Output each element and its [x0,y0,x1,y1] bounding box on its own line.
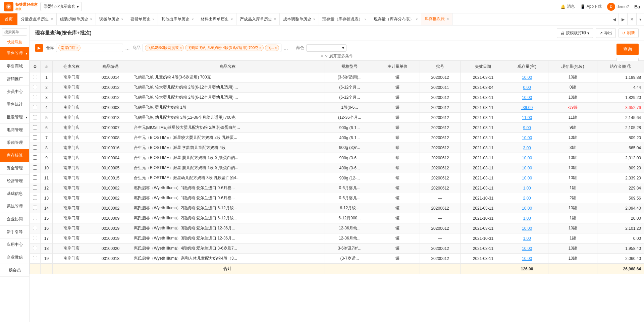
cell-stock-main[interactable]: 10.00 [506,244,548,254]
expand-more-bar[interactable]: ∨ ∨ 展开更多条件 [35,52,639,59]
product-tag-input[interactable]: 飞鹤奶粉3段两提装 × 飞鹤星飞帆 儿童奶粉 4段(3-6岁适用) 700克 ×… [143,44,281,52]
sidebar-item-retail-mall[interactable]: 零售商城 [0,60,29,73]
warehouse-tag-input[interactable]: 南岸门店 × [56,44,123,52]
tab-yaohuo[interactable]: 要货单历史× [127,13,158,25]
stock-main-link[interactable]: 10.00 [522,136,532,140]
warehouse-more-btn[interactable]: … [125,45,130,51]
sidebar-item-member-center[interactable]: 会员中心 [0,86,29,98]
sidebar-item-app-center[interactable]: 应用中心 [0,238,29,251]
cell-checkbox[interactable] [30,163,41,173]
close-icon[interactable]: × [153,17,155,21]
cell-checkbox[interactable] [30,123,41,133]
cell-stock-main[interactable]: 10.00 [506,223,548,233]
close-icon[interactable]: × [365,17,367,21]
nav-prev-btn[interactable]: ◀ [610,13,619,25]
cell-checkbox[interactable] [30,143,41,153]
template-print-btn[interactable]: 🖨 按模板打印 ▾ [557,28,593,38]
stock-main-link[interactable]: 10.00 [522,206,532,211]
cell-checkbox[interactable] [30,153,41,163]
stock-main-link[interactable]: 1.00 [523,236,531,241]
nav-menu-btn[interactable]: ▾ [636,13,644,25]
sidebar-item-enterprise[interactable]: 企业协同 [0,213,29,226]
stock-main-link[interactable]: 10.00 [522,95,532,100]
tab-qita[interactable]: 其他出库单历史× [158,13,197,25]
tab-kucun-batch[interactable]: 库存批次账× [421,13,452,25]
sidebar-item-member[interactable]: 畅会员 [0,264,29,277]
cell-stock-main[interactable]: -39.00 [506,103,548,113]
cell-checkbox[interactable] [30,203,41,213]
product-more-btn[interactable]: … [283,45,288,51]
sidebar-item-system[interactable]: 系统管理 [0,200,29,213]
tag-remove-icon[interactable]: × [76,46,78,50]
close-icon[interactable]: × [274,17,276,21]
cell-checkbox[interactable] [30,113,41,123]
cell-checkbox[interactable] [30,213,41,223]
cell-checkbox[interactable] [30,173,41,183]
tag-remove-icon[interactable]: × [275,46,277,50]
sidebar-item-operations[interactable]: 经营管理 [0,175,29,187]
cell-stock-main[interactable]: 11.00 [506,113,548,123]
cell-stock-main[interactable]: 10.00 [506,163,548,173]
tab-zuzhuang[interactable]: 组装拆卸单历史× [57,13,96,25]
tag-remove-icon[interactable]: × [259,46,261,50]
sidebar-item-inventory[interactable]: 库存核算 [0,149,29,162]
stock-main-link[interactable]: 1.00 [523,186,531,191]
stock-main-link[interactable]: 10.00 [522,256,532,261]
stock-main-link[interactable]: 10.00 [522,226,532,231]
col-settings[interactable]: ⚙ [30,61,41,72]
stock-main-link[interactable]: 9.00 [523,125,531,130]
messages-btn[interactable]: 🔔 消息 [560,4,575,9]
sidebar-item-purchase[interactable]: 采购管理 [0,137,29,149]
home-tab[interactable]: 首页 [0,13,17,25]
cell-checkbox[interactable] [30,83,41,93]
stock-main-link[interactable]: 11.00 [522,115,532,120]
sidebar-item-finance[interactable]: 资金管理 [0,162,29,175]
cell-checkbox[interactable] [30,183,41,193]
app-download-btn[interactable]: 📱 App下载 [580,4,602,9]
tab-diaopo[interactable]: 调拨单历史× [96,13,127,25]
sidebar-item-new-guide[interactable]: 新手引导 [0,226,29,238]
close-icon[interactable]: × [192,17,194,21]
account-dropdown[interactable]: 母婴行业演示账套 ▾ [40,2,82,11]
cell-stock-main[interactable]: 10.00 [506,173,548,183]
sidebar-item-enterprise-wechat[interactable]: 企业微信 [0,251,29,264]
cell-checkbox[interactable] [30,103,41,113]
close-icon[interactable]: × [231,17,233,21]
stock-main-link[interactable]: 3.00 [523,146,531,150]
cell-checkbox[interactable] [30,93,41,103]
nav-close-btn[interactable]: ✕ [627,13,636,25]
cell-stock-main[interactable]: 10.00 [506,133,548,143]
cell-stock-main[interactable]: 1.00 [506,233,548,244]
cell-stock-main[interactable]: 10.00 [506,93,548,103]
cell-stock-main[interactable]: 9.00 [506,123,548,133]
stock-main-link[interactable]: -39.00 [521,105,533,110]
tab-chengben[interactable]: 成本调整单历史× [280,13,319,25]
cell-checkbox[interactable] [30,133,41,143]
cell-stock-main[interactable]: 0.00 [506,83,548,93]
cell-checkbox[interactable] [30,244,41,254]
filter-expand-btn[interactable]: ▶ [35,44,43,52]
cell-stock-main[interactable]: 10.00 [506,72,548,83]
tag-remove-icon[interactable]: × [180,46,181,50]
sidebar-item-wholesale[interactable]: 批发管理 ▼ [0,111,29,124]
stock-main-link[interactable]: 0.00 [523,85,531,90]
close-icon[interactable]: × [51,17,53,21]
close-icon[interactable]: × [313,17,315,21]
tab-kucun-status[interactable]: 现存量（库存状况表）× [319,13,370,25]
sidebar-item-ecommerce[interactable]: 电商管理 [0,124,29,137]
cell-stock-main[interactable]: 3.00 [506,143,548,153]
stock-main-link[interactable]: 10.00 [522,156,532,160]
cell-checkbox[interactable] [30,233,41,244]
close-icon[interactable]: × [416,17,418,21]
close-icon[interactable]: × [447,17,449,21]
cell-stock-main[interactable]: 10.00 [506,153,548,163]
refresh-btn[interactable]: ↺ 刷新 [619,28,639,38]
tab-kucun-dist[interactable]: 现存量（库存分布表）× [370,13,422,25]
cell-checkbox[interactable] [30,72,41,83]
cell-stock-main[interactable]: 1.00 [506,183,548,193]
color-dropdown[interactable]: ▾ [306,44,346,52]
close-icon[interactable]: × [90,17,92,21]
search-input[interactable] [2,28,27,36]
stock-main-link[interactable]: 10.00 [522,246,532,251]
user-avatar[interactable]: D demo2 [607,3,629,11]
